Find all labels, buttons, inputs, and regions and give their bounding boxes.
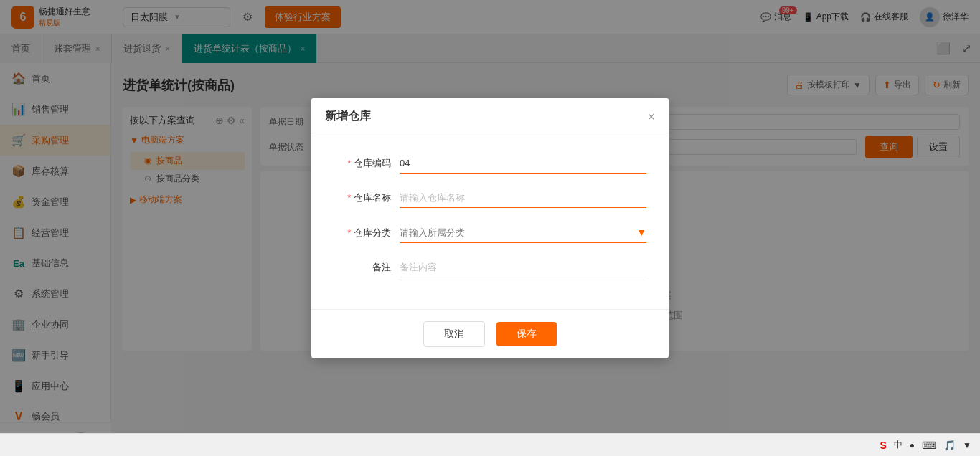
category-input[interactable] xyxy=(400,227,636,238)
note-input[interactable] xyxy=(400,257,646,277)
category-select-wrap: ▼ xyxy=(400,222,646,243)
modal-close-button[interactable]: × xyxy=(647,110,655,123)
code-input[interactable] xyxy=(400,153,646,174)
sougou-logo: S xyxy=(880,440,887,451)
form-row-code: 仓库编码 xyxy=(334,153,646,174)
note-label: 备注 xyxy=(334,261,391,274)
modal-title: 新增仓库 xyxy=(325,109,371,124)
form-row-note: 备注 xyxy=(334,257,646,277)
modal-header: 新增仓库 × xyxy=(311,98,669,136)
category-label: 仓库分类 xyxy=(334,227,391,239)
cancel-button[interactable]: 取消 xyxy=(423,321,485,347)
name-input[interactable] xyxy=(400,188,646,208)
new-warehouse-modal: 新增仓库 × 仓库编码 仓库名称 仓库分类 ▼ xyxy=(311,98,669,358)
ime-dot-icon[interactable]: ● xyxy=(910,440,915,450)
more-icon[interactable]: ▼ xyxy=(963,440,971,450)
save-button[interactable]: 保存 xyxy=(496,322,557,346)
category-dropdown-icon[interactable]: ▼ xyxy=(636,227,646,238)
music-icon[interactable]: 🎵 xyxy=(943,440,956,451)
code-label: 仓库编码 xyxy=(334,157,391,170)
modal-body: 仓库编码 仓库名称 仓库分类 ▼ 备注 xyxy=(311,136,669,309)
form-row-category: 仓库分类 ▼ xyxy=(334,222,646,243)
ime-zh-icon[interactable]: 中 xyxy=(894,439,903,451)
sougou-icon: S xyxy=(880,440,887,451)
modal-footer: 取消 保存 xyxy=(311,309,669,358)
name-label: 仓库名称 xyxy=(334,191,391,204)
bottom-status-bar: S 中 ● ⌨ 🎵 ▼ xyxy=(0,433,980,456)
keyboard-icon[interactable]: ⌨ xyxy=(922,440,936,451)
form-row-name: 仓库名称 xyxy=(334,188,646,208)
modal-overlay: 新增仓库 × 仓库编码 仓库名称 仓库分类 ▼ xyxy=(0,0,980,456)
